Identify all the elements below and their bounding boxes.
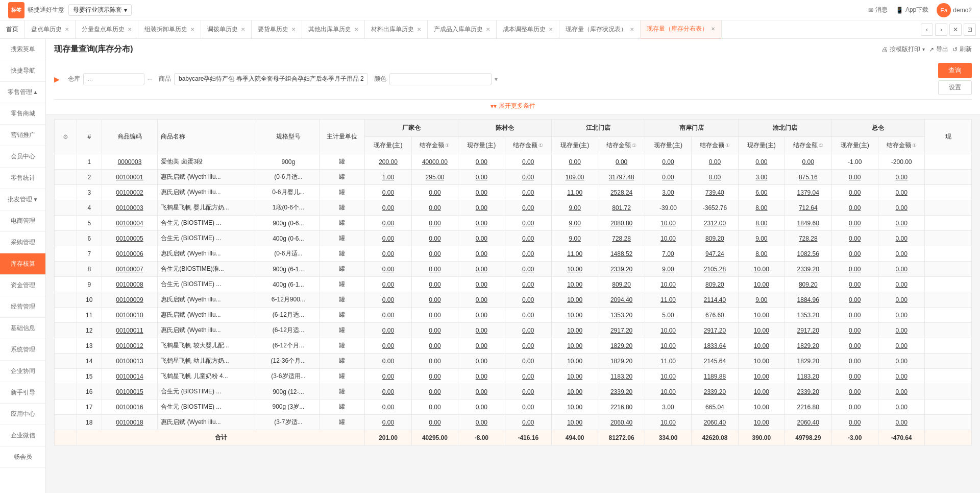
table-cell[interactable]: 1379.04	[785, 185, 831, 200]
table-cell[interactable]: 40000.00	[411, 154, 458, 170]
table-cell[interactable]: 0.00	[831, 369, 878, 384]
table-cell[interactable]: 1849.60	[785, 216, 831, 231]
table-cell[interactable]: 0.00	[505, 216, 551, 231]
tab-close-icon[interactable]: ✕	[417, 27, 421, 32]
table-cell[interactable]: 0.00	[878, 415, 924, 430]
tab-close-icon[interactable]: ✕	[291, 27, 296, 32]
table-cell[interactable]: 1183.20	[598, 369, 645, 384]
tab-combo[interactable]: 组装拆卸单历史 ✕	[138, 20, 201, 39]
table-cell[interactable]: 10.00	[738, 369, 785, 384]
sidebar-item-apps[interactable]: 应用中心	[0, 404, 45, 425]
table-cell-code[interactable]: 00100015	[102, 384, 158, 400]
table-cell[interactable]: 0.00	[505, 262, 551, 277]
table-cell[interactable]: 200.00	[365, 154, 411, 170]
table-cell[interactable]: 10.00	[551, 277, 598, 292]
table-cell[interactable]: 0.00	[598, 154, 645, 170]
table-cell[interactable]: 10.00	[551, 415, 598, 430]
table-cell[interactable]: 0.00	[411, 400, 458, 415]
table-cell[interactable]: 0.00	[458, 415, 505, 430]
table-cell[interactable]: 0.00	[878, 185, 924, 200]
table-cell-code[interactable]: 00100004	[102, 216, 158, 231]
table-cell[interactable]: 0.00	[831, 216, 878, 231]
table-cell[interactable]: 10.00	[551, 323, 598, 338]
table-cell[interactable]: 2917.20	[598, 323, 645, 338]
table-cell[interactable]: 0.00	[458, 308, 505, 323]
sidebar-item-retail-mall[interactable]: 零售商城	[0, 103, 45, 125]
table-cell[interactable]: 0.00	[692, 154, 738, 170]
table-cell[interactable]: 1.00	[365, 170, 411, 185]
table-cell[interactable]: 9.00	[551, 216, 598, 231]
table-cell[interactable]: 0.00	[831, 354, 878, 369]
table-cell[interactable]: 0.00	[878, 384, 924, 400]
table-cell[interactable]: 9.00	[645, 262, 691, 277]
table-cell-code[interactable]: 00100011	[102, 323, 158, 338]
table-cell[interactable]: 11.00	[551, 246, 598, 262]
table-cell[interactable]: 10.00	[738, 323, 785, 338]
collapse-icon[interactable]: ▶	[54, 75, 60, 83]
table-cell[interactable]: 0.00	[365, 292, 411, 308]
sidebar-item-operations[interactable]: 经营管理	[0, 296, 45, 318]
table-cell[interactable]: 2339.20	[598, 262, 645, 277]
tab-inventory-count[interactable]: 盘点单历史 ✕	[25, 20, 76, 39]
table-cell[interactable]: 0.00	[878, 277, 924, 292]
table-cell[interactable]: 0.00	[411, 338, 458, 354]
table-cell[interactable]: 0.00	[458, 338, 505, 354]
table-cell[interactable]: 0.00	[505, 200, 551, 216]
table-cell[interactable]: 2528.24	[598, 185, 645, 200]
table-cell[interactable]: 9.00	[738, 292, 785, 308]
table-cell[interactable]: 0.00	[738, 154, 785, 170]
table-cell-code[interactable]: 00100002	[102, 185, 158, 200]
table-cell[interactable]: 0.00	[505, 354, 551, 369]
table-cell[interactable]: 0.00	[505, 154, 551, 170]
table-cell[interactable]: 9.00	[738, 231, 785, 246]
tab-material-out[interactable]: 材料出库单历史 ✕	[365, 20, 428, 39]
table-cell[interactable]: 10.00	[645, 277, 691, 292]
tab-requisition[interactable]: 要货单历史 ✕	[252, 20, 302, 39]
table-cell[interactable]: 0.00	[831, 246, 878, 262]
table-cell[interactable]: 1353.20	[598, 308, 645, 323]
query-button[interactable]: 查询	[938, 63, 972, 78]
table-cell[interactable]: 0.00	[458, 277, 505, 292]
table-cell[interactable]: 1829.20	[785, 338, 831, 354]
table-cell[interactable]: 0.00	[411, 354, 458, 369]
table-cell[interactable]: 9.00	[551, 200, 598, 216]
product-input[interactable]	[174, 73, 368, 85]
table-cell[interactable]: 0.00	[458, 154, 505, 170]
table-cell-code[interactable]: 00100008	[102, 277, 158, 292]
industry-selector[interactable]: 母婴行业演示陈套 ▾	[68, 4, 132, 16]
table-cell[interactable]: 0.00	[505, 384, 551, 400]
table-cell[interactable]: 0.00	[505, 170, 551, 185]
col-settings-header[interactable]: ⚙	[55, 120, 77, 154]
table-cell[interactable]: 0.00	[505, 400, 551, 415]
sidebar-item-member[interactable]: 会员中心	[0, 146, 45, 168]
table-cell[interactable]: 0.00	[411, 384, 458, 400]
table-cell[interactable]: 712.64	[785, 200, 831, 216]
table-cell[interactable]: 0.00	[505, 308, 551, 323]
table-cell[interactable]: 3.00	[645, 185, 691, 200]
table-cell[interactable]: 0.00	[365, 323, 411, 338]
table-cell[interactable]: 2145.64	[692, 354, 738, 369]
table-cell[interactable]: 2060.40	[598, 415, 645, 430]
table-cell[interactable]: 0.00	[458, 354, 505, 369]
tab-branch-count[interactable]: 分量盘点单历史 ✕	[76, 20, 138, 39]
table-cell[interactable]: 0.00	[411, 185, 458, 200]
table-cell-code[interactable]: 00100016	[102, 400, 158, 415]
table-cell[interactable]: 2060.40	[692, 415, 738, 430]
table-cell[interactable]: 809.20	[692, 231, 738, 246]
table-cell[interactable]: 0.00	[878, 338, 924, 354]
table-cell[interactable]: 10.00	[738, 262, 785, 277]
table-cell[interactable]: 0.00	[878, 216, 924, 231]
table-cell[interactable]: 0.00	[365, 216, 411, 231]
export-action[interactable]: ↗ 导出	[929, 45, 948, 54]
table-container[interactable]: ⚙ # 商品编码 商品名称 规格型号 主计量单位 厂家仓 陈村仓 江北门店 南岸…	[46, 119, 980, 493]
table-cell[interactable]: 10.00	[645, 415, 691, 430]
table-cell[interactable]: 2216.80	[598, 400, 645, 415]
table-cell[interactable]: 1353.20	[785, 308, 831, 323]
table-cell[interactable]: 0.00	[458, 200, 505, 216]
tab-allocation[interactable]: 调拨单历史 ✕	[201, 20, 252, 39]
gear-icon[interactable]: ⚙	[63, 133, 68, 140]
table-cell[interactable]: 676.60	[692, 308, 738, 323]
table-cell[interactable]: 0.00	[505, 246, 551, 262]
table-cell[interactable]: 1488.52	[598, 246, 645, 262]
table-cell[interactable]: 0.00	[505, 292, 551, 308]
